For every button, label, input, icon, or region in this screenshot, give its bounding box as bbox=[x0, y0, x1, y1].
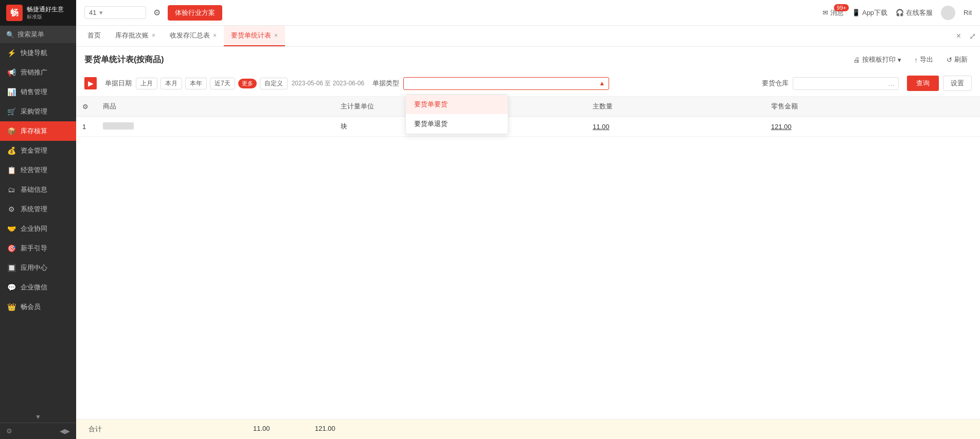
tab-inventory-batch-close[interactable]: × bbox=[152, 32, 155, 39]
industry-button[interactable]: 体验行业方案 bbox=[168, 5, 222, 21]
footer-label-cell: 合计 bbox=[82, 425, 195, 434]
sidebar-item-operations[interactable]: 📋 经营管理 bbox=[0, 160, 76, 180]
type-filter-group: 单据类型 ▲ bbox=[372, 77, 754, 90]
refresh-icon: ↺ bbox=[947, 56, 952, 64]
quantity-value[interactable]: 11.00 bbox=[593, 123, 610, 131]
sidebar-item-inventory[interactable]: 📦 库存核算 bbox=[0, 121, 76, 141]
sidebar-item-basic[interactable]: 🗂 基础信息 bbox=[0, 180, 76, 199]
logo-line2: 标准版 bbox=[27, 13, 64, 20]
col-quantity: 主数量 bbox=[586, 97, 765, 117]
sidebar-item-system[interactable]: ⚙ 系统管理 bbox=[0, 199, 76, 219]
refresh-label: 刷新 bbox=[954, 55, 968, 64]
tab-order-stats[interactable]: 要货单统计表 × bbox=[224, 26, 285, 46]
type-input-wrap: ▲ bbox=[403, 77, 609, 90]
sidebar-label-operations: 经营管理 bbox=[21, 166, 47, 175]
sidebar-footer: ⚙ ◀▶ bbox=[0, 423, 76, 439]
dropdown-item-return[interactable]: 要货单退货 bbox=[406, 114, 508, 134]
sidebar-item-sales[interactable]: 📊 销售管理 bbox=[0, 82, 76, 102]
tab-order-stats-close[interactable]: × bbox=[274, 32, 278, 39]
row-quantity: 11.00 bbox=[586, 117, 765, 137]
collapse-icon[interactable]: ◀▶ bbox=[60, 427, 70, 435]
service-icon: 🎧 bbox=[896, 9, 904, 16]
type-filter-input[interactable] bbox=[403, 77, 609, 90]
guide-icon: 🎯 bbox=[6, 244, 16, 252]
sidebar-label-basic: 基础信息 bbox=[21, 185, 47, 194]
sidebar-item-enterprise[interactable]: 🤝 企业协同 bbox=[0, 219, 76, 239]
tab-expand-icon[interactable]: ⤢ bbox=[965, 27, 980, 45]
sidebar-label-wxwork: 企业微信 bbox=[21, 283, 47, 292]
sidebar-label-purchase: 采购管理 bbox=[21, 107, 47, 116]
last-7-days-btn[interactable]: 近7天 bbox=[210, 78, 235, 89]
footer-quantity: 11.00 bbox=[253, 425, 270, 432]
filter-actions: 查询 设置 bbox=[907, 76, 972, 91]
table-area: ⚙ 商品 主计量单位 主数量 零售金额 1 bbox=[76, 97, 980, 278]
type-filter-arrow-icon[interactable]: ▲ bbox=[599, 80, 605, 87]
header-right: ✉ 消息 99+ 📱 App下载 🎧 在线客服 Rit bbox=[823, 6, 972, 20]
tab-inventory-batch[interactable]: 库存批次账 × bbox=[108, 26, 163, 46]
app-download-button[interactable]: 📱 App下载 bbox=[852, 8, 887, 17]
sidebar-label-marketing: 营销推广 bbox=[21, 68, 47, 77]
page-area: 要货单统计表(按商品) 🖨 按模板打印 ▾ ↑ 导出 ↺ 刷新 bbox=[76, 47, 980, 439]
wxwork-icon: 💬 bbox=[6, 283, 16, 291]
export-btn[interactable]: ↑ 导出 bbox=[911, 53, 938, 66]
footer-amount-cell: 121.00 bbox=[309, 425, 370, 434]
sidebar-item-appcenter[interactable]: 🔲 应用中心 bbox=[0, 258, 76, 278]
warehouse-input-wrap: … bbox=[793, 77, 899, 90]
sidebar-item-finance[interactable]: 💰 资金管理 bbox=[0, 141, 76, 160]
sidebar-item-guide[interactable]: 🎯 新手引导 bbox=[0, 239, 76, 258]
sidebar-item-member[interactable]: 👑 畅会员 bbox=[0, 297, 76, 317]
print-arrow-icon: ▾ bbox=[898, 56, 901, 64]
tab-receive-summary-close[interactable]: × bbox=[213, 32, 217, 39]
warehouse-dots-icon[interactable]: … bbox=[888, 80, 895, 87]
col-product: 商品 bbox=[97, 97, 334, 117]
tabs-controls: × ⤢ bbox=[952, 27, 980, 45]
last-month-btn[interactable]: 上月 bbox=[136, 78, 157, 89]
sidebar-item-purchase[interactable]: 🛒 采购管理 bbox=[0, 102, 76, 121]
sidebar-label-guide: 新手引导 bbox=[21, 244, 47, 253]
search-icon: 🔍 bbox=[6, 31, 14, 39]
enterprise-icon: 🤝 bbox=[6, 225, 16, 233]
header-gear-btn[interactable]: ⚙ bbox=[151, 6, 163, 20]
refresh-btn[interactable]: ↺ 刷新 bbox=[942, 53, 972, 66]
date-range-display: 2023-05-06 至 2023-06-06 bbox=[292, 79, 364, 88]
tab-home-label: 首页 bbox=[87, 31, 101, 40]
print-template-btn[interactable]: 🖨 按模板打印 ▾ bbox=[849, 53, 905, 66]
custom-date-btn[interactable]: 自定义 bbox=[260, 78, 288, 89]
finance-icon: 💰 bbox=[6, 147, 16, 155]
tab-receive-summary[interactable]: 收发存汇总表 × bbox=[163, 26, 224, 46]
message-icon: ✉ bbox=[823, 9, 828, 16]
message-button[interactable]: ✉ 消息 99+ bbox=[823, 8, 844, 17]
date-buttons: 上月 本月 本年 近7天 更多 自定义 bbox=[136, 78, 288, 89]
footer-quantity-cell: 11.00 bbox=[247, 425, 309, 434]
purchase-icon: 🛒 bbox=[6, 107, 16, 116]
marketing-icon: 📢 bbox=[6, 68, 16, 77]
this-month-btn[interactable]: 本月 bbox=[161, 78, 182, 89]
sidebar-item-quick-nav[interactable]: ⚡ 快捷导航 bbox=[0, 43, 76, 63]
user-avatar[interactable] bbox=[941, 6, 955, 20]
this-year-btn[interactable]: 本年 bbox=[185, 78, 207, 89]
sidebar-item-marketing[interactable]: 📢 营销推广 bbox=[0, 63, 76, 82]
store-selector[interactable]: 41 ▾ bbox=[84, 6, 146, 19]
amount-value[interactable]: 121.00 bbox=[771, 123, 792, 131]
footer-unit-cell bbox=[195, 425, 247, 434]
tab-home[interactable]: 首页 bbox=[80, 26, 108, 46]
warehouse-filter-group: 要货仓库 … bbox=[762, 77, 899, 90]
more-date-badge[interactable]: 更多 bbox=[238, 79, 257, 88]
dropdown-item-order[interactable]: 要货单要货 bbox=[406, 95, 508, 114]
table-row: 1 块 11.00 121.00 bbox=[76, 117, 980, 137]
settings-icon[interactable]: ⚙ bbox=[6, 427, 12, 435]
tab-close-all-icon[interactable]: × bbox=[952, 27, 965, 45]
filter-collapse-btn[interactable]: ▶ bbox=[84, 77, 97, 89]
footer-amount: 121.00 bbox=[315, 425, 335, 432]
app-download-label: App下载 bbox=[862, 8, 887, 17]
settings-btn[interactable]: 设置 bbox=[943, 76, 972, 91]
col-settings[interactable]: ⚙ bbox=[76, 97, 97, 117]
query-btn[interactable]: 查询 bbox=[907, 76, 939, 91]
tabs-bar: 首页 库存批次账 × 收发存汇总表 × 要货单统计表 × × ⤢ bbox=[76, 26, 980, 47]
search-menu[interactable]: 🔍 搜索菜单 bbox=[0, 26, 76, 43]
tab-receive-summary-label: 收发存汇总表 bbox=[170, 31, 210, 40]
online-service-button[interactable]: 🎧 在线客服 bbox=[896, 8, 933, 17]
warehouse-filter-input[interactable] bbox=[793, 77, 899, 90]
sidebar-item-wxwork[interactable]: 💬 企业微信 bbox=[0, 278, 76, 297]
sidebar-scroll-down[interactable]: ▼ bbox=[0, 411, 76, 423]
